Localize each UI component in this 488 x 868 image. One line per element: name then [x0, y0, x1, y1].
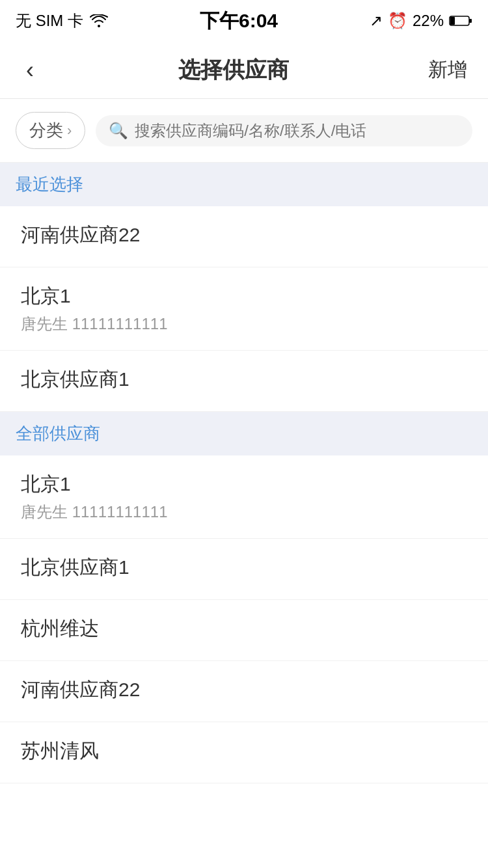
search-icon: 🔍: [109, 122, 128, 140]
svg-rect-2: [450, 17, 455, 25]
item-name: 北京1: [21, 283, 467, 310]
item-name: 北京供应商1: [21, 366, 467, 393]
battery-icon: [449, 15, 472, 27]
list-item[interactable]: 北京1唐先生 11111111111: [0, 455, 488, 539]
category-label: 分类: [29, 119, 63, 142]
list-item[interactable]: 北京供应商1: [0, 351, 488, 412]
status-time: 下午6:04: [200, 8, 278, 34]
category-filter-button[interactable]: 分类 ›: [16, 112, 85, 149]
svg-rect-1: [469, 19, 472, 23]
battery-label: 22%: [413, 12, 444, 30]
wifi-icon: [90, 14, 108, 27]
new-action-button[interactable]: 新增: [428, 57, 467, 83]
page-title: 选择供应商: [178, 55, 289, 85]
item-name: 北京供应商1: [21, 554, 467, 581]
status-left: 无 SIM 卡: [16, 10, 108, 31]
item-name: 河南供应商22: [21, 677, 467, 703]
list-item[interactable]: 北京供应商1: [0, 539, 488, 600]
list-item[interactable]: 河南供应商22: [0, 661, 488, 722]
list-item[interactable]: 河南供应商22: [0, 206, 488, 267]
chevron-right-icon: ›: [67, 122, 72, 139]
item-name: 河南供应商22: [21, 222, 467, 249]
filter-bar: 分类 › 🔍: [0, 99, 488, 163]
item-name: 杭州维达: [21, 616, 467, 642]
section-header-text-recent: 最近选择: [16, 174, 83, 194]
no-sim-label: 无 SIM 卡: [16, 10, 83, 31]
section-header-recent: 最近选择: [0, 163, 488, 206]
supplier-list: 最近选择河南供应商22北京1唐先生 11111111111北京供应商1全部供应商…: [0, 163, 488, 783]
list-item[interactable]: 杭州维达: [0, 600, 488, 661]
nav-bar: ‹ 选择供应商 新增: [0, 42, 488, 99]
item-sub: 唐先生 11111111111: [21, 502, 467, 522]
section-header-text-all: 全部供应商: [16, 424, 100, 443]
search-box: 🔍: [96, 115, 472, 146]
status-right: ↗ ⏰ 22%: [370, 12, 472, 30]
status-bar: 无 SIM 卡 下午6:04 ↗ ⏰ 22%: [0, 0, 488, 42]
item-name: 北京1: [21, 471, 467, 498]
alarm-icon: ⏰: [388, 12, 407, 30]
location-icon: ↗: [370, 12, 383, 30]
list-item[interactable]: 北京1唐先生 11111111111: [0, 267, 488, 351]
back-button[interactable]: ‹: [21, 51, 39, 89]
item-sub: 唐先生 11111111111: [21, 314, 467, 334]
list-item[interactable]: 苏州清风: [0, 722, 488, 783]
search-input[interactable]: [135, 122, 459, 140]
item-name: 苏州清风: [21, 738, 467, 765]
section-header-all: 全部供应商: [0, 412, 488, 455]
